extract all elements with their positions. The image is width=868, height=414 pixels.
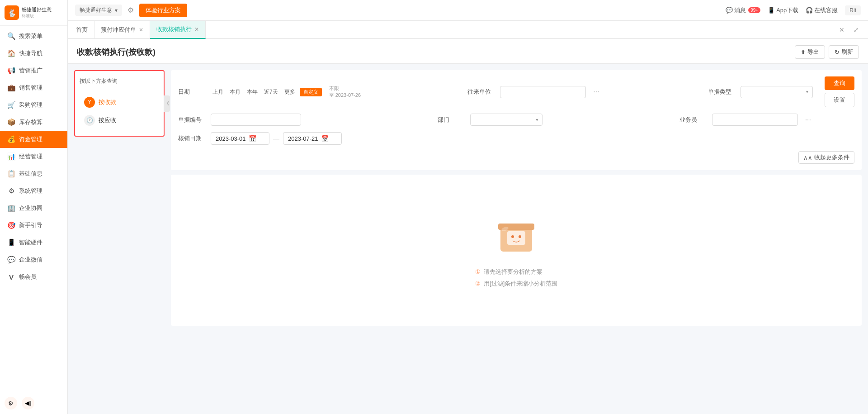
- online-service-area[interactable]: 🎧 在线客服: [806, 6, 838, 14]
- query-button[interactable]: 查询: [825, 76, 854, 90]
- sidebar-nav: 🔍 搜索菜单 🏠 快捷导航 📢 营销推广 💼 销售管理 🛒 采购管理 📦 库存核…: [0, 26, 67, 392]
- brand-selector[interactable]: 畅捷通好生意 ▾: [75, 5, 122, 16]
- bill-no-label: 单据编号: [178, 116, 205, 124]
- empty-hint-text: ① 请先选择要分析的方案 ② 用[过滤]条件来缩小分析范围: [475, 266, 558, 290]
- verify-date-start-input[interactable]: 2023-03-01 📅: [211, 132, 269, 145]
- tab-prepay[interactable]: 预付冲应付单 ✕: [94, 21, 150, 39]
- marketing-icon: 📢: [7, 67, 15, 75]
- collapse-sidebar-icon[interactable]: ◀‖: [22, 397, 34, 409]
- guide-icon: 🎯: [7, 221, 15, 229]
- collapse-conditions-row: ∧∧ 收起更多条件: [178, 151, 854, 164]
- basic-info-icon: 📋: [7, 170, 15, 178]
- sidebar-item-guide[interactable]: 🎯 新手引导: [0, 217, 67, 234]
- sidebar-item-search[interactable]: 🔍 搜索菜单: [0, 28, 67, 45]
- staff-input[interactable]: [712, 114, 798, 126]
- sidebar-item-system[interactable]: ⚙ 系统管理: [0, 182, 67, 200]
- left-panel: 按以下方案查询 ¥ 按收款 🕐 按应收 《: [74, 70, 165, 326]
- industry-plan-button[interactable]: 体验行业方案: [139, 4, 187, 17]
- sidebar-item-inventory[interactable]: 📦 库存核算: [0, 114, 67, 131]
- sidebar-item-enterprise[interactable]: 🏢 企业协同: [0, 200, 67, 217]
- bill-type-select[interactable]: [741, 86, 813, 98]
- date-more-btn[interactable]: 更多: [283, 87, 297, 97]
- tab-prepay-close-icon[interactable]: ✕: [139, 27, 143, 33]
- sidebar-item-purchase[interactable]: 🛒 采购管理: [0, 96, 67, 114]
- hardware-icon: 📱: [7, 238, 15, 247]
- app-download-label: App下载: [776, 6, 798, 14]
- bill-type-label: 单据类型: [708, 88, 735, 96]
- query-option-by-receipt[interactable]: ¥ 按收款: [80, 93, 159, 111]
- tab-close-all-icon[interactable]: ✕: [835, 24, 848, 36]
- verify-date-end-input[interactable]: 2023-07-21 📅: [283, 132, 342, 145]
- sidebar-label-inventory: 库存核算: [19, 118, 42, 126]
- date-last-month-btn[interactable]: 上月: [211, 87, 225, 97]
- date-this-month-btn[interactable]: 本月: [228, 87, 242, 97]
- sidebar-label-marketing: 营销推广: [19, 67, 42, 75]
- filter-row-2: 单据编号 部门 业务员 ···: [178, 114, 854, 126]
- sidebar-item-hardware[interactable]: 📱 智能硬件: [0, 234, 67, 251]
- sidebar-item-member[interactable]: V 畅会员: [0, 268, 67, 286]
- export-button[interactable]: ⬆ 导出: [795, 45, 825, 59]
- page-header-actions: ⬆ 导出 ↻ 刷新: [795, 45, 859, 59]
- sidebar-item-finance[interactable]: 💰 资金管理: [0, 131, 67, 148]
- svg-rect-2: [507, 231, 525, 245]
- sidebar-item-marketing[interactable]: 📢 营销推广: [0, 62, 67, 79]
- empty-svg: [489, 211, 543, 261]
- tab-receipt-label: 收款核销执行: [156, 25, 192, 33]
- receipt-option-label: 按收款: [99, 98, 116, 106]
- topbar-right: 💬 消息 99+ 📱 App下载 🎧 在线客服 Rit: [726, 5, 861, 15]
- tab-receipt-close-icon[interactable]: ✕: [194, 26, 199, 33]
- sidebar-item-sales[interactable]: 💼 销售管理: [0, 79, 67, 96]
- app-download-area[interactable]: 📱 App下载: [768, 6, 798, 14]
- sidebar-label-wechat: 企业微信: [19, 256, 42, 264]
- date-display: 不限 至 2023-07-26: [329, 85, 361, 99]
- panel-collapse-button[interactable]: 《: [164, 95, 170, 112]
- settings-footer-icon[interactable]: ⚙: [5, 397, 17, 409]
- collapse-chevron-icon: ∧∧: [803, 154, 812, 161]
- staff-more-icon[interactable]: ···: [803, 116, 813, 124]
- verify-date-start-value: 2023-03-01: [216, 135, 246, 142]
- tabbar: 首页 预付冲应付单 ✕ 收款核销执行 ✕ ✕ ⤢: [68, 21, 868, 39]
- user-account[interactable]: Rit: [845, 5, 861, 15]
- counterparty-label: 往来单位: [467, 88, 495, 96]
- sidebar-item-basic-info[interactable]: 📋 基础信息: [0, 165, 67, 182]
- sidebar-item-management[interactable]: 📊 经营管理: [0, 148, 67, 165]
- dept-select[interactable]: [470, 114, 542, 126]
- date-custom-badge[interactable]: 自定义: [300, 88, 322, 96]
- sidebar-item-wechat[interactable]: 💬 企业微信: [0, 251, 67, 268]
- results-area: ① 请先选择要分析的方案 ② 用[过滤]条件来缩小分析范围: [171, 175, 862, 326]
- collapse-label: 收起更多条件: [814, 153, 849, 162]
- date-this-year-btn[interactable]: 本年: [245, 87, 259, 97]
- date-to-value: 至 2023-07-26: [329, 92, 361, 99]
- refresh-button[interactable]: ↻ 刷新: [829, 45, 859, 59]
- counterparty-input[interactable]: [500, 86, 586, 98]
- sidebar-label-hardware: 智能硬件: [19, 238, 42, 247]
- query-option-by-receivable[interactable]: 🕐 按应收: [80, 111, 159, 129]
- message-area[interactable]: 💬 消息 99+: [726, 6, 760, 14]
- bill-no-input[interactable]: [211, 114, 301, 126]
- tab-receipt[interactable]: 收款核销执行 ✕: [150, 21, 206, 39]
- hint-num-2: ②: [475, 280, 481, 287]
- sidebar-label-finance: 资金管理: [19, 135, 42, 143]
- app-logo-icon: 🐇: [5, 5, 19, 20]
- empty-illustration: [489, 211, 543, 261]
- sidebar-logo: 🐇 畅捷通好生意 标准版: [0, 0, 67, 26]
- receivable-option-icon: 🕐: [84, 115, 95, 126]
- purchase-icon: 🛒: [7, 101, 15, 109]
- action-buttons-col: 查询 设置: [825, 76, 854, 107]
- sales-icon: 💼: [7, 84, 15, 92]
- page-header: 收款核销执行(按收款) ⬆ 导出 ↻ 刷新: [68, 39, 868, 64]
- tab-home[interactable]: 首页: [70, 21, 94, 39]
- tab-expand-icon[interactable]: ⤢: [850, 24, 863, 36]
- sidebar-item-quick-nav[interactable]: 🏠 快捷导航: [0, 45, 67, 62]
- logo-text-block: 畅捷通好生意 标准版: [22, 6, 52, 19]
- receipt-option-icon: ¥: [84, 97, 95, 108]
- counterparty-more-icon[interactable]: ···: [591, 88, 601, 96]
- date-7days-btn[interactable]: 近7天: [262, 87, 280, 97]
- page-title: 收款核销执行(按收款): [77, 47, 156, 57]
- home-icon: 🏠: [7, 49, 15, 57]
- collapse-conditions-button[interactable]: ∧∧ 收起更多条件: [798, 151, 854, 164]
- settings-button[interactable]: 设置: [825, 93, 854, 107]
- topbar-settings-icon[interactable]: ⚙: [127, 6, 134, 14]
- dept-select-wrapper: [470, 114, 542, 126]
- user-name: Rit: [849, 7, 856, 14]
